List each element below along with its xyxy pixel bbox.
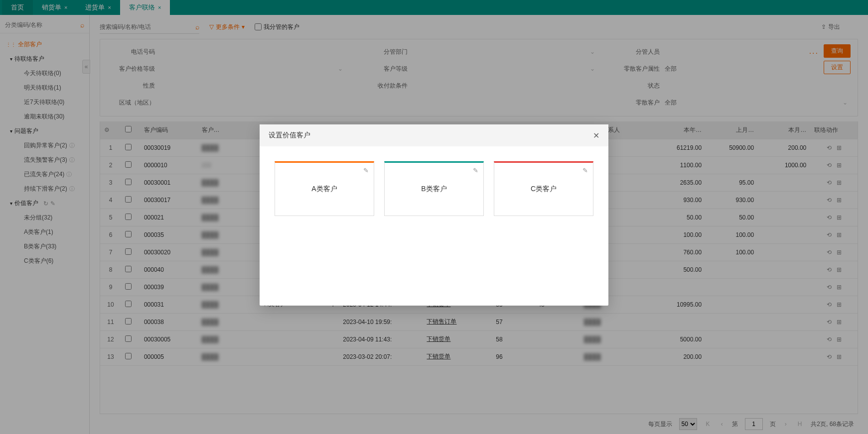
close-icon[interactable]: ✕ <box>593 131 599 140</box>
value-card-label: B类客户 <box>421 185 446 194</box>
modal-overlay[interactable]: 设置价值客户 ✕ ✎A类客户✎B类客户✎C类客户 <box>0 0 868 434</box>
value-customers-modal: 设置价值客户 ✕ ✎A类客户✎B类客户✎C类客户 <box>260 124 608 306</box>
value-card-a[interactable]: ✎A类客户 <box>275 161 374 216</box>
edit-icon[interactable]: ✎ <box>473 167 478 174</box>
modal-body: ✎A类客户✎B类客户✎C类客户 <box>260 146 608 306</box>
modal-title: 设置价值客户 <box>269 131 310 140</box>
edit-icon[interactable]: ✎ <box>582 167 588 174</box>
value-card-c[interactable]: ✎C类客户 <box>494 161 593 216</box>
modal-header: 设置价值客户 ✕ <box>260 124 608 146</box>
value-card-b[interactable]: ✎B类客户 <box>384 161 484 216</box>
value-card-label: C类客户 <box>531 185 557 194</box>
value-card-label: A类客户 <box>311 185 337 194</box>
edit-icon[interactable]: ✎ <box>363 167 369 174</box>
